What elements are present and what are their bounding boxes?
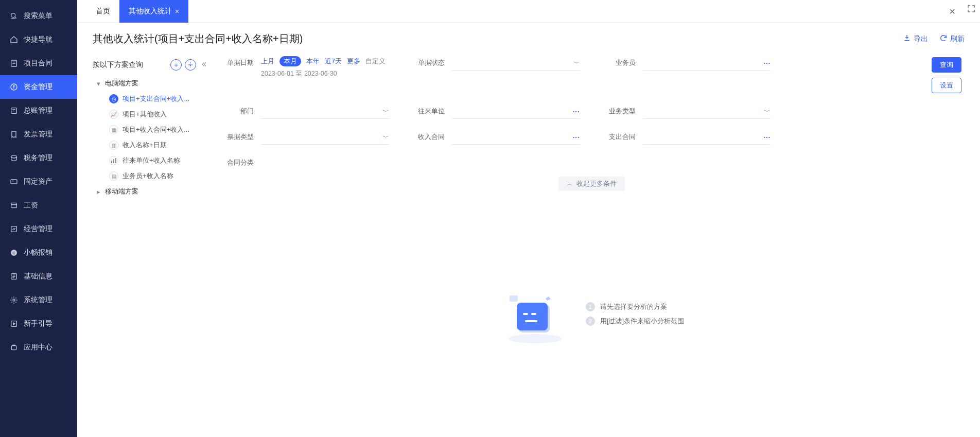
tree-leaf-3[interactable]: ▥ 收入名称+日期 — [106, 137, 208, 153]
tree-leaf-label: 往来单位+收入名称 — [122, 156, 180, 165]
tree-leaf-5[interactable]: ▤ 业务员+收入名称 — [106, 168, 208, 184]
date-opt-custom[interactable]: 自定义 — [365, 57, 386, 66]
sidebar-item-basic-info[interactable]: 基础信息 — [0, 265, 77, 288]
sidebar-item-label: 应用中心 — [24, 343, 52, 352]
page-actions: 导出 刷新 — [903, 34, 965, 44]
collapse-panel-button[interactable] — [199, 60, 208, 71]
sidebar-item-label: 发票管理 — [24, 130, 52, 139]
fund-icon — [9, 82, 19, 92]
biztype-select[interactable]: ﹀ — [643, 104, 771, 119]
field-label: 单据日期 — [222, 56, 254, 67]
dept-select[interactable]: ﹀ — [261, 104, 389, 119]
field-label: 单据状态 — [413, 56, 445, 67]
field-label: 业务员 — [604, 56, 636, 67]
tax-icon — [9, 153, 19, 163]
sidebar-item-search-menu[interactable]: 搜索菜单 — [0, 4, 77, 28]
tree-leaf-1[interactable]: 📈 项目+其他收入 — [106, 107, 208, 122]
tab-other-income-stats[interactable]: 其他收入统计 × — [119, 0, 188, 23]
date-opt-this-month[interactable]: 本月 — [279, 56, 301, 66]
partner-select[interactable]: ··· — [452, 104, 580, 119]
sidebar-item-label: 税务管理 — [24, 153, 52, 163]
sidebar-item-reimburse[interactable]: C 小畅报销 — [0, 241, 77, 265]
tree-group-mobile[interactable]: ▸ 移动端方案 — [93, 184, 208, 199]
tree-leaf-label: 业务员+收入名称 — [122, 171, 173, 181]
sidebar-item-operation[interactable]: 经营管理 — [0, 217, 77, 241]
filters-wrap: 单据日期 上月 本月 本年 近7天 更多 自定义 2023-06-01 至 20… — [214, 53, 970, 437]
tab-label: 其他收入统计 — [129, 7, 172, 16]
basic-info-icon — [9, 272, 19, 281]
tree-group-desktop[interactable]: ▾ 电脑端方案 — [93, 76, 208, 91]
export-button[interactable]: 导出 — [903, 34, 928, 44]
settings-button[interactable]: 设置 — [932, 78, 961, 93]
doctype-select[interactable]: ﹀ — [261, 130, 389, 145]
date-opt-prev-month[interactable]: 上月 — [261, 57, 274, 66]
filter-actions: 查询 设置 — [794, 56, 961, 93]
table-icon: ▤ — [109, 171, 118, 181]
tree-leaf-4[interactable]: 往来单位+收入名称 — [106, 153, 208, 168]
expense-contract-select[interactable]: ··· — [643, 130, 771, 145]
tree-leaf-0[interactable]: ◷ 项目+支出合同+收入... — [106, 91, 208, 107]
income-contract-select[interactable]: ··· — [452, 130, 580, 145]
chevron-down-icon: ﹀ — [382, 133, 389, 142]
grid-icon: ▦ — [109, 125, 118, 134]
sidebar-item-project-contract[interactable]: 项目合同 — [0, 51, 77, 75]
tree-leaf-2[interactable]: ▦ 项目+收入合同+收入... — [106, 122, 208, 137]
caret-down-icon: ▾ — [97, 80, 102, 88]
fullscreen-icon[interactable] — [967, 4, 976, 13]
reimburse-icon: C — [9, 248, 19, 257]
ledger-icon — [9, 106, 19, 115]
export-label: 导出 — [914, 34, 928, 44]
sidebar-item-ledger[interactable]: 总账管理 — [0, 99, 77, 123]
close-icon[interactable]: × — [175, 7, 179, 15]
tree-group-label: 电脑端方案 — [105, 79, 138, 88]
sidebar-item-salary[interactable]: 工资 — [0, 194, 77, 217]
date-opt-this-year[interactable]: 本年 — [306, 57, 320, 66]
field-biztype: 业务类型 ﹀ — [604, 104, 771, 119]
scheme-settings-button[interactable] — [185, 59, 196, 71]
sidebar-item-app-center[interactable]: 应用中心 — [0, 336, 77, 359]
step-text: 用[过滤]条件来缩小分析范围 — [600, 317, 684, 326]
home-icon — [9, 35, 19, 44]
sidebar-item-quicknav[interactable]: 快捷导航 — [0, 28, 77, 51]
sidebar-item-tax[interactable]: 税务管理 — [0, 146, 77, 170]
caret-right-icon: ▸ — [97, 188, 102, 196]
field-label: 票据类型 — [222, 130, 254, 142]
refresh-label: 刷新 — [950, 34, 965, 44]
tree-leaf-label: 项目+支出合同+收入... — [122, 94, 189, 103]
sidebar-item-label: 快捷导航 — [24, 35, 52, 44]
scheme-head: 按以下方案查询 + — [93, 56, 208, 76]
status-select[interactable]: ﹀ — [452, 56, 580, 71]
sidebar-item-asset[interactable]: 固定资产 — [0, 170, 77, 194]
tree-leaf-label: 项目+其他收入 — [122, 110, 167, 119]
date-opt-7days[interactable]: 近7天 — [325, 57, 342, 66]
field-doctype: 票据类型 ﹀ — [222, 130, 389, 145]
add-scheme-button[interactable]: + — [170, 59, 182, 71]
more-icon: ··· — [573, 108, 580, 115]
refresh-button[interactable]: 刷新 — [939, 34, 965, 44]
empty-steps: 1 请先选择要分析的方案 2 用[过滤]条件来缩小分析范围 — [586, 302, 684, 326]
field-label: 合同分类 — [222, 156, 254, 167]
tree-group-label: 移动端方案 — [105, 187, 138, 196]
field-expense-contract: 支出合同 ··· — [604, 130, 771, 145]
sidebar-item-label: 系统管理 — [24, 295, 52, 305]
sidebar-item-label: 项目合同 — [24, 59, 52, 68]
operation-icon — [9, 224, 19, 234]
field-income-contract: 收入合同 ··· — [413, 130, 580, 145]
sidebar-item-fund[interactable]: 资金管理 — [0, 75, 77, 99]
date-opt-more[interactable]: 更多 — [347, 57, 360, 66]
contract-class-select[interactable] — [261, 156, 389, 170]
tab-home[interactable]: 首页 — [86, 0, 119, 23]
sidebar-item-invoice[interactable]: 发票管理 — [0, 123, 77, 146]
collapse-conditions-button[interactable]: ︿ 收起更多条件 — [558, 177, 625, 191]
field-label: 部门 — [222, 104, 254, 116]
sidebar-item-guide[interactable]: 新手引导 — [0, 312, 77, 336]
tree-items-desktop: ◷ 项目+支出合同+收入... 📈 项目+其他收入 ▦ 项目+收入合同+收入..… — [93, 91, 208, 184]
project-contract-icon — [9, 59, 19, 68]
query-button[interactable]: 查询 — [932, 57, 961, 73]
svg-rect-4 — [11, 180, 17, 184]
close-all-tabs-button[interactable]: × — [945, 4, 959, 19]
page-title: 其他收入统计(项目+支出合同+收入名称+日期) — [93, 32, 303, 46]
salesman-select[interactable]: ··· — [643, 56, 771, 71]
sidebar-item-system[interactable]: 系统管理 — [0, 288, 77, 312]
chevron-down-icon: ﹀ — [764, 107, 771, 116]
